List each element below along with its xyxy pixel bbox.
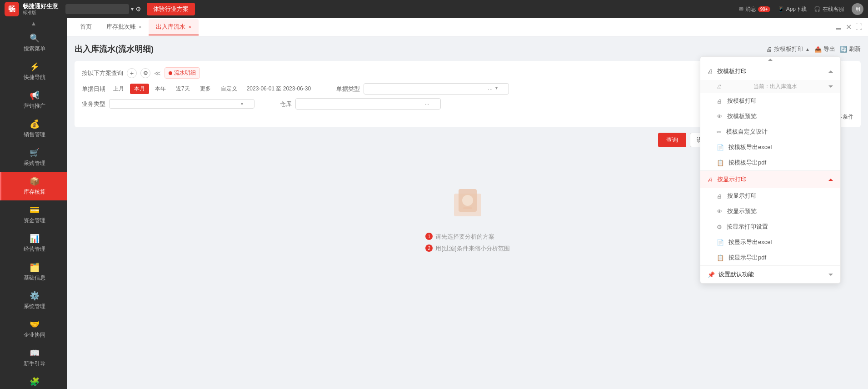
tab-minimize-icon[interactable]: 🗕 — [835, 23, 842, 31]
tab-batch-close[interactable]: × — [139, 24, 141, 30]
app-download-btn[interactable]: 📱 App下载 — [778, 5, 807, 13]
avatar[interactable]: 用 — [852, 3, 863, 15]
sales-icon: 💰 — [30, 119, 40, 129]
query-btn[interactable]: 查询 — [658, 133, 686, 147]
sidebar-item-sales[interactable]: 💰 销售管理 — [0, 115, 67, 143]
empty-illustration — [445, 180, 490, 225]
doc-type-select[interactable]: ··· ▾ — [364, 83, 509, 95]
dot-red-icon — [169, 71, 172, 75]
sidebar-item-appstore[interactable]: 🧩 应用中心 — [0, 372, 67, 389]
search-dropdown-btn[interactable]: ▾ — [131, 6, 134, 12]
finance-icon: 💳 — [30, 205, 40, 215]
sidebar-item-search[interactable]: 🔍 搜索菜单 — [0, 29, 67, 57]
export-btn[interactable]: 📤 导出 — [814, 45, 835, 53]
date-shortcut-this-month[interactable]: 本月 — [130, 84, 149, 94]
warehouse-more-icon[interactable]: ··· — [424, 100, 429, 107]
print-template-btn[interactable]: 🖨 按模板打印 ▲ — [766, 45, 810, 53]
panel-item-display-print[interactable]: 🖨 按显示打印 — [700, 188, 840, 204]
app-logo: 畅 — [5, 2, 19, 16]
tab-flow[interactable]: 出入库流水 × — [149, 19, 198, 35]
sidebar-item-quick-nav[interactable]: ⚡ 快捷导航 — [0, 57, 67, 86]
panel-item-display-settings[interactable]: ⚙ 按显示打印设置 — [700, 219, 840, 234]
app-body: ▲ 🔍 搜索菜单 ⚡ 快捷导航 📢 营销推广 💰 销售管理 🛒 采购管理 📦 库… — [0, 18, 868, 389]
sidebar-item-operation[interactable]: 📊 经营管理 — [0, 229, 67, 258]
sidebar-item-basic[interactable]: 🗂️ 基础信息 — [0, 258, 67, 286]
sidebar-item-inventory[interactable]: 📦 库存核算 — [0, 172, 67, 200]
inventory-icon: 📦 — [30, 176, 40, 186]
template-print-icon: 🖨 — [717, 98, 723, 105]
panel-item-template-excel[interactable]: 📄 按模板导出excel — [700, 140, 840, 155]
sidebar-label: 经营管理 — [24, 245, 45, 253]
biz-type-label: 业务类型 — [82, 100, 105, 108]
panel-item-template-pdf[interactable]: 📋 按模板导出pdf — [700, 155, 840, 170]
warehouse-label: 仓库 — [280, 100, 292, 108]
app-brand: 畅捷通好生意 标准版 — [23, 3, 58, 15]
page-header: 出入库流水(流水明细) 🖨 按模板打印 ▲ 📤 导出 🔄 刷新 — [75, 44, 861, 55]
panel-item-display-pdf[interactable]: 📋 按显示导出pdf — [700, 250, 840, 265]
panel-item-display-preview[interactable]: 👁 按显示预览 — [700, 204, 840, 219]
sidebar-item-finance[interactable]: 💳 资金管理 — [0, 200, 67, 229]
empty-tips: 1 请先选择要分析的方案 2 用[过滤]条件来缩小分析范围 — [425, 233, 509, 256]
message-btn[interactable]: ✉ 消息 99+ — [739, 5, 770, 13]
sidebar-item-guide[interactable]: 📖 新手引导 — [0, 344, 67, 372]
sidebar-item-coop[interactable]: 🤝 企业协同 — [0, 315, 67, 344]
basic-icon: 🗂️ — [30, 262, 40, 272]
tab-expand-icon[interactable]: ⛶ — [855, 23, 863, 31]
panel-template-print-header[interactable]: 🖨 按模板打印 — [700, 63, 840, 80]
sidebar-label: 基础信息 — [24, 274, 45, 282]
search-icon: 🔍 — [30, 33, 40, 43]
sidebar-item-marketing[interactable]: 📢 营销推广 — [0, 86, 67, 115]
doc-type-more-icon[interactable]: ··· — [488, 85, 493, 92]
sidebar-item-system[interactable]: ⚙️ 系统管理 — [0, 286, 67, 315]
filter-settings-btn[interactable]: ⚙ — [140, 68, 150, 78]
template-pdf-icon: 📋 — [717, 160, 724, 166]
date-shortcut-more[interactable]: 更多 — [196, 84, 215, 94]
online-service-btn[interactable]: 🎧 在线客服 — [814, 5, 844, 13]
date-shortcut-custom[interactable]: 自定义 — [217, 84, 241, 94]
filter-add-btn[interactable]: + — [127, 68, 137, 78]
filter-collapse-btn[interactable]: ≪ — [154, 70, 161, 77]
set-default-chevron — [828, 274, 833, 276]
tab-flow-close[interactable]: × — [188, 24, 191, 30]
appstore-icon: 🧩 — [30, 377, 40, 387]
display-section-chevron — [828, 179, 833, 181]
biz-type-select[interactable]: ▾ — [109, 99, 254, 109]
display-settings-icon: ⚙ — [717, 224, 722, 230]
panel-item-template-print[interactable]: 🖨 按模板打印 — [700, 93, 840, 109]
page-content: 出入库流水(流水明细) 🖨 按模板打印 ▲ 📤 导出 🔄 刷新 — [67, 36, 868, 389]
search-input[interactable] — [65, 4, 129, 14]
tab-home[interactable]: 首页 — [73, 19, 99, 35]
date-shortcut-last-month[interactable]: 上月 — [109, 84, 128, 94]
doc-type-arrow-icon: ▾ — [495, 85, 498, 92]
topbar-right: ✉ 消息 99+ 📱 App下载 🎧 在线客服 用 — [739, 3, 863, 15]
settings-icon[interactable]: ⚙ — [135, 5, 141, 13]
refresh-btn[interactable]: 🔄 刷新 — [840, 45, 861, 53]
sidebar-label: 营销推广 — [24, 102, 45, 110]
industry-btn[interactable]: 体验行业方案 — [147, 3, 195, 15]
panel-item-template-custom[interactable]: ✏ 模板自定义设计 — [700, 124, 840, 140]
sidebar-label: 新手引导 — [24, 360, 45, 368]
panel-display-print-header[interactable]: 🖨 按显示打印 — [700, 171, 840, 188]
date-label: 单据日期 — [82, 85, 105, 93]
panel-current-label-row: 🖨 当前：出入库流水 — [700, 80, 840, 93]
tip-num-2: 2 — [425, 244, 433, 252]
date-shortcut-this-year[interactable]: 本年 — [151, 84, 170, 94]
tab-close-icon[interactable]: ✕ — [846, 23, 852, 31]
panel-scroll-top[interactable] — [700, 57, 840, 63]
sidebar-label: 搜索菜单 — [24, 45, 45, 53]
tabbar: 首页 库存批次账 × 出入库流水 × 🗕 ✕ ⛶ — [67, 18, 868, 36]
doc-type-label: 单据类型 — [336, 85, 360, 93]
panel-item-template-preview[interactable]: 👁 按模板预览 — [700, 109, 840, 124]
tab-batch[interactable]: 库存批次账 × — [99, 19, 149, 35]
sidebar-item-purchase[interactable]: 🛒 采购管理 — [0, 143, 67, 172]
print-icon: 🖨 — [766, 46, 772, 53]
filter-tag-item[interactable]: 流水明细 — [165, 67, 200, 79]
warehouse-select[interactable]: ··· — [295, 98, 441, 110]
svg-rect-3 — [463, 207, 472, 209]
panel-item-display-excel[interactable]: 📄 按显示导出excel — [700, 234, 840, 250]
sidebar-scroll-up[interactable]: ▲ — [0, 18, 67, 29]
panel-set-default[interactable]: 📌 设置默认功能 — [700, 266, 840, 283]
date-shortcut-last-7[interactable]: 近7天 — [172, 84, 194, 94]
purchase-icon: 🛒 — [30, 148, 40, 158]
sidebar-label: 销售管理 — [24, 131, 45, 139]
